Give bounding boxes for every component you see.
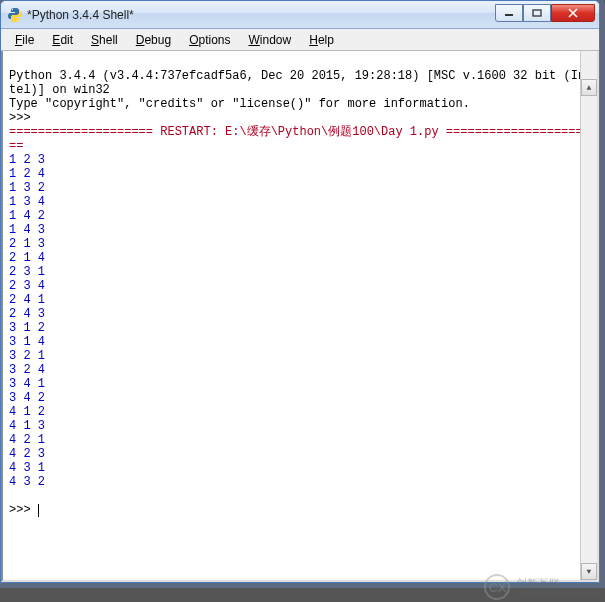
menu-debug[interactable]: Debug [128,31,179,49]
menu-file[interactable]: File [7,31,42,49]
output-line: 2 3 1 [9,265,45,279]
output-line: 2 1 3 [9,237,45,251]
titlebar[interactable]: *Python 3.4.4 Shell* [1,1,599,29]
menu-edit[interactable]: Edit [44,31,81,49]
vertical-scrollbar[interactable]: ▲ ▼ [580,51,597,580]
window-title: *Python 3.4.4 Shell* [27,8,495,22]
menu-options[interactable]: Options [181,31,238,49]
svg-rect-2 [505,14,513,16]
restart-line-tail: == [9,139,23,153]
menu-window[interactable]: Window [241,31,300,49]
maximize-button[interactable] [523,4,551,22]
close-button[interactable] [551,4,595,22]
output-line: 1 3 4 [9,195,45,209]
output-line: 3 4 1 [9,377,45,391]
output-line: 2 1 4 [9,251,45,265]
menu-shell[interactable]: Shell [83,31,126,49]
prompt: >>> [9,503,38,517]
output-line: 4 2 1 [9,433,45,447]
output-line: 3 2 1 [9,349,45,363]
svg-point-0 [12,9,13,10]
output-line: 2 3 4 [9,279,45,293]
output-line: 2 4 3 [9,307,45,321]
banner-line: tel)] on win32 [9,83,110,97]
shell-content[interactable]: Python 3.4.4 (v3.4.4:737efcadf5a6, Dec 2… [1,51,599,582]
restart-line: ==================== RESTART: E:\缓存\Pyth… [9,125,590,139]
output-line: 1 3 2 [9,181,45,195]
output-block: 1 2 3 1 2 4 1 3 2 1 3 4 1 4 2 1 4 3 2 1 … [9,153,45,489]
watermark: CX 创新互联 CHUANG XIN HU LIAN [484,574,599,600]
window-buttons [495,8,595,22]
cursor [38,504,39,517]
output-line: 3 4 2 [9,391,45,405]
output-line: 3 1 4 [9,335,45,349]
output-line: 4 2 3 [9,447,45,461]
menubar: File Edit Shell Debug Options Window Hel… [1,29,599,51]
watermark-logo-icon: CX [484,574,510,600]
menu-help[interactable]: Help [301,31,342,49]
prompt: >>> [9,111,38,125]
scroll-track[interactable] [581,68,597,563]
watermark-text: 创新互联 CHUANG XIN HU LIAN [516,577,599,597]
minimize-button[interactable] [495,4,523,22]
python-icon [7,7,23,23]
output-line: 4 3 1 [9,461,45,475]
banner-line: Python 3.4.4 (v3.4.4:737efcadf5a6, Dec 2… [9,69,585,83]
svg-point-1 [17,19,18,20]
output-line: 2 4 1 [9,293,45,307]
output-line: 4 3 2 [9,475,45,489]
output-line: 1 2 3 [9,153,45,167]
output-line: 4 1 2 [9,405,45,419]
output-line: 1 2 4 [9,167,45,181]
idle-window: *Python 3.4.4 Shell* File Edit Shell Deb… [0,0,600,583]
output-line: 3 1 2 [9,321,45,335]
output-line: 1 4 3 [9,223,45,237]
svg-rect-3 [533,10,541,16]
output-line: 3 2 4 [9,363,45,377]
output-line: 4 1 3 [9,419,45,433]
banner-line: Type "copyright", "credits" or "license(… [9,97,470,111]
output-line: 1 4 2 [9,209,45,223]
